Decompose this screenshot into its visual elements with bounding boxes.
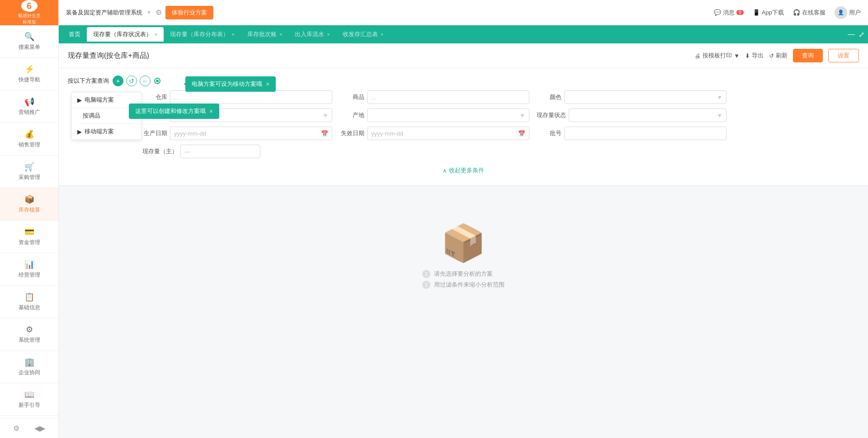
filter-refresh-btn[interactable]: ↺ (126, 75, 137, 86)
tab-expand-icon[interactable]: ⤢ (859, 30, 864, 39)
refresh-button[interactable]: ↺ 刷新 (769, 52, 788, 60)
refresh-filter-icon: ↺ (129, 77, 134, 85)
warehouse-label: 仓库 (142, 93, 167, 101)
sidebar-item-system[interactable]: ⚙ 系统管理 (0, 318, 58, 351)
main-content: 现存量查询(按仓库+商品) 🖨 按模板打印 ▼ ⬇ 导出 ↺ 刷新 查询 设置 … (59, 43, 868, 438)
calendar-icon: 📅 (321, 130, 328, 137)
sidebar-item-sales[interactable]: 💰 销售管理 (0, 123, 58, 155)
settings-bottom-icon[interactable]: ⚙ (13, 424, 19, 433)
tab-close-icon[interactable]: × (381, 32, 383, 37)
sidebar-item-operations[interactable]: 📊 经营管理 (0, 253, 58, 286)
user-menu[interactable]: 👤 用户 (835, 6, 861, 19)
filter-batch-no: 批号 (537, 127, 726, 140)
sidebar-item-label: 库存核算 (19, 206, 40, 214)
sidebar-item-marketing[interactable]: 📢 营销推广 (0, 90, 58, 123)
stock-status-input[interactable]: ▼ (569, 108, 726, 122)
tab-close-icon[interactable]: × (327, 32, 330, 37)
sidebar-nav: 🔍 搜索菜单 ⚡ 快捷导航 📢 营销推广 💰 销售管理 🛒 采购管理 📦 库存核… (0, 25, 58, 418)
step-1-text: 请先选择要分析的方案 (434, 270, 493, 278)
filter-arrow-btn[interactable]: ← (140, 75, 151, 86)
query-button[interactable]: 查询 (793, 49, 823, 62)
produce-date-input[interactable]: yyyy-mm-dd 📅 (170, 127, 332, 140)
user-label: 用户 (849, 9, 861, 17)
scheme-computer-label: 电脑端方案 (85, 96, 114, 104)
tab-close-icon[interactable]: × (155, 32, 157, 37)
export-button[interactable]: ⬇ 导出 (745, 52, 764, 60)
system-icon: ⚙ (26, 325, 33, 334)
filter-row-3: 生产日期 yyyy-mm-dd 📅 失效日期 yyyy-mm-dd 📅 批号 (142, 127, 859, 140)
sidebar-item-purchase[interactable]: 🛒 采购管理 (0, 155, 58, 188)
sidebar-item-basic[interactable]: 📋 基础信息 (0, 286, 58, 318)
app-download-button[interactable]: 📱 App下载 (753, 9, 784, 17)
filter-expire-date: 失效日期 yyyy-mm-dd 📅 (340, 127, 529, 140)
sidebar-item-quick[interactable]: ⚡ 快捷导航 (0, 58, 58, 90)
scheme-mobile-group[interactable]: ▶ 移动端方案 (72, 124, 141, 140)
tab-in-out-flow[interactable]: 出入库流水 × (288, 27, 336, 42)
stock-qty-label: 现存量（主） (142, 147, 178, 155)
empty-state: 📦 1 请先选择要分析的方案 2 用过滤条件来缩小分析范围 (59, 186, 868, 325)
color-input[interactable]: ▼ (564, 90, 726, 104)
filter-goods: 商品 ... (340, 90, 529, 104)
message-label: 消息 (723, 9, 735, 17)
tab-label: 现存量（库存分布表） (170, 30, 229, 38)
print-label: 按模板打印 (703, 52, 732, 60)
tab-minimize-icon[interactable]: — (848, 30, 855, 39)
sidebar: 6 畅通好生意 标准版 🔍 搜索菜单 ⚡ 快捷导航 📢 营销推广 💰 销售管理 … (0, 0, 59, 438)
tab-collect-send[interactable]: 收发存汇总表 × (336, 27, 390, 42)
tab-inventory-status[interactable]: 现存量（库存状况表） × (87, 27, 164, 42)
trial-button[interactable]: 体验行业方案 (165, 6, 213, 19)
origin-input[interactable]: ▼ (367, 108, 529, 122)
dropdown-icon: ▼ (322, 112, 328, 119)
sidebar-item-label: 新手引导 (19, 401, 40, 409)
sidebar-item-guide[interactable]: 📖 新手引导 (0, 383, 58, 416)
system-name: 装备及固定资产辅助管理系统 (66, 9, 142, 17)
message-button[interactable]: 💬 消息 9 (714, 9, 744, 17)
filter-area: 按以下方案查询 + ↺ ← ▶ (59, 68, 868, 186)
warehouse-input[interactable]: ... (170, 90, 332, 104)
tab-close-icon[interactable]: × (231, 32, 234, 37)
filter-section-label: 按以下方案查询 (68, 77, 109, 85)
arrow-icon: ▶ (77, 97, 82, 104)
online-support-label: 在线客服 (802, 9, 826, 17)
empty-step-1: 1 请先选择要分析的方案 (422, 270, 505, 278)
tab-inventory-dist[interactable]: 现存量（库存分布表） × (164, 27, 241, 42)
arrow-right-icon: ▶ (77, 128, 82, 135)
collapse-button[interactable]: ∧ 收起更多条件 (68, 163, 859, 178)
purchase-icon: 🛒 (24, 162, 34, 172)
origin-label: 产地 (340, 111, 364, 119)
print-button[interactable]: 🖨 按模板打印 ▼ (695, 52, 740, 60)
finance-icon: 💳 (24, 227, 34, 237)
calendar-icon: 📅 (518, 130, 525, 137)
tooltip-computer-scheme[interactable]: 电脑方案可设为移动方案哦 × (185, 76, 276, 92)
sidebar-item-inventory[interactable]: 📦 库存核算 (0, 188, 58, 221)
collapse-icon: ∧ (443, 167, 447, 174)
set-button[interactable]: 设置 (828, 49, 859, 62)
phone-icon: 📱 (753, 9, 760, 16)
sidebar-item-finance[interactable]: 💳 资金管理 (0, 221, 58, 253)
tooltip-edit-close[interactable]: × (209, 108, 213, 115)
online-support-button[interactable]: 🎧 在线客服 (793, 9, 826, 17)
sidebar-bottom: ⚙ ◀▶ (0, 418, 58, 438)
filter-add-btn[interactable]: + (113, 75, 123, 86)
tab-close-icon[interactable]: × (279, 32, 282, 37)
sidebar-item-label: 快捷导航 (19, 76, 40, 84)
sidebar-item-enterprise[interactable]: 🏢 企业协同 (0, 351, 58, 383)
batch-no-input[interactable] (564, 127, 726, 140)
topbar-left: 装备及固定资产辅助管理系统 ▼ ⚙ 体验行业方案 (66, 6, 213, 19)
expire-date-input[interactable]: yyyy-mm-dd 📅 (367, 127, 529, 140)
tooltip-computer-close[interactable]: × (266, 80, 269, 88)
goods-input[interactable]: ... (367, 90, 529, 104)
tooltip-edit-scheme[interactable]: 这里可以创建和修改方案哦 × (129, 104, 219, 119)
sidebar-item-label: 企业协同 (19, 369, 40, 377)
header-actions: 🖨 按模板打印 ▼ ⬇ 导出 ↺ 刷新 查询 设置 (695, 49, 859, 62)
tab-batch-account[interactable]: 库存批次账 × (241, 27, 288, 42)
export-icon: ⬇ (745, 52, 750, 59)
stock-qty-input[interactable]: — (180, 145, 260, 158)
filter-row-4: 现存量（主） — (142, 145, 859, 158)
tab-home[interactable]: 首页 (62, 30, 87, 38)
sidebar-item-search[interactable]: 🔍 搜索菜单 (0, 25, 58, 58)
goods-label: 商品 (340, 93, 364, 101)
collapse-sidebar-icon[interactable]: ◀▶ (34, 424, 45, 433)
gear-icon[interactable]: ⚙ (156, 8, 162, 17)
sales-icon: 💰 (24, 129, 34, 139)
